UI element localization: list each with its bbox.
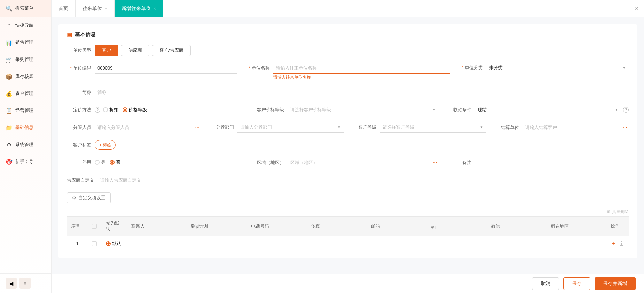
code-name-category-row: 单位编码 单位名称 请输入往来单位名称 [67, 62, 629, 80]
batch-delete-icon: 🗑 [607, 209, 611, 214]
sidebar-item-guide[interactable]: 🎯 新手引导 [0, 153, 51, 170]
department-select[interactable]: 请输入分管部门 ▼ [237, 122, 344, 133]
row-default-cell: 默认 [102, 236, 127, 251]
disabled-group: 停用 是 否 [67, 157, 249, 168]
save-button[interactable]: 保存 [563, 277, 590, 290]
supplier-custom-label: 供应商自定义 [67, 175, 97, 186]
sidebar-item-system[interactable]: ⚙ 系统管理 [0, 136, 51, 153]
radio-price-level[interactable]: 价格等级 [123, 107, 147, 113]
payment-condition-select[interactable]: 现结 ▼ [475, 104, 621, 115]
row-address[interactable] [187, 236, 247, 251]
row-fax[interactable] [307, 236, 367, 251]
sidebar-item-label: 快捷导航 [15, 22, 33, 29]
row-action-cell: ＋ 🗑 [606, 236, 629, 251]
sidebar-menu-btn[interactable]: ≡ [19, 278, 31, 289]
sidebar-item-purchase[interactable]: 🛒 采购管理 [0, 51, 51, 68]
region-input-wrap: ··· [288, 157, 439, 168]
row-wechat[interactable] [487, 236, 547, 251]
add-tag-btn[interactable]: + 标签 [95, 140, 116, 150]
remark-input[interactable] [475, 157, 629, 168]
row-area-input[interactable] [551, 241, 602, 246]
save-new-button[interactable]: 保存并新增 [595, 277, 636, 290]
region-input[interactable] [288, 157, 431, 168]
unit-name-input[interactable] [273, 62, 450, 73]
disabled-label: 停用 [67, 157, 95, 168]
radio-no[interactable]: 否 [110, 159, 120, 165]
settlement-unit-input[interactable] [523, 122, 621, 133]
sidebar: 🔍 搜索菜单 ⌂ 快捷导航 📊 销售管理 🛒 采购管理 📦 库存核算 💰 资金管… [0, 0, 52, 293]
delete-row-icon[interactable]: 🗑 [619, 241, 625, 247]
row-phone-input[interactable] [251, 241, 303, 246]
pricing-radio-group: 折扣 价格等级 [103, 107, 147, 113]
row-default-label: 默认 [112, 241, 121, 247]
radio-discount-label: 折扣 [109, 107, 118, 113]
row-contact[interactable] [127, 236, 187, 251]
customer-price-level-select[interactable]: 请选择客户价格等级 ▼ [288, 104, 439, 115]
unit-category-group: 单位分类 未分类 ▼ [458, 62, 629, 73]
col-action: 操作 [606, 217, 629, 236]
main-area: 首页 往来单位 × 新增往来单位 × × ▣ 基本信息 单位类型 客户 [52, 0, 644, 293]
row-email[interactable] [367, 236, 427, 251]
row-contact-input[interactable] [131, 241, 183, 246]
manager-group: 分管人员 ··· [67, 122, 201, 133]
row-default-radio[interactable]: 默认 [106, 241, 123, 247]
sidebar-item-sales[interactable]: 📊 销售管理 [0, 34, 51, 51]
sidebar-item-search[interactable]: 🔍 搜索菜单 [0, 0, 51, 17]
row-area[interactable] [547, 236, 606, 251]
unit-code-input[interactable] [95, 62, 237, 73]
customer-price-level-group: 客户价格等级 请选择客户价格等级 ▼ [257, 104, 439, 115]
row-qq-input[interactable] [431, 241, 482, 246]
sidebar-item-inventory[interactable]: 📦 库存核算 [0, 68, 51, 85]
row-phone[interactable] [247, 236, 307, 251]
row-qq[interactable] [427, 236, 487, 251]
sidebar-collapse-btn[interactable]: ◀ [6, 278, 17, 289]
customer-tag-row: 客户标签 + 标签 [67, 139, 629, 150]
batch-delete[interactable]: 🗑 批量删除 [67, 209, 629, 215]
radio-yes[interactable]: 是 [95, 159, 105, 165]
payment-condition-group: 收款条件 现结 ▼ ? [447, 104, 629, 115]
select-all-checkbox[interactable] [92, 224, 97, 229]
sidebar-item-operations[interactable]: 📋 经营管理 [0, 102, 51, 119]
sidebar-item-finance[interactable]: 💰 资金管理 [0, 85, 51, 102]
unit-name-label: 单位名称 [245, 63, 273, 74]
row-wechat-input[interactable] [491, 241, 542, 246]
settlement-dots[interactable]: ··· [621, 124, 629, 130]
short-name-input[interactable] [95, 87, 629, 98]
col-email: 邮箱 [367, 217, 427, 236]
add-row-icon[interactable]: ＋ [611, 240, 616, 247]
customer-level-value: 请选择客户等级 [383, 124, 479, 130]
unit-type-supplier-btn[interactable]: 供应商 [121, 45, 149, 56]
pricing-row: 定价方法 ? 折扣 价格等级 [67, 104, 629, 115]
sidebar-item-basic-info[interactable]: 📁 基础信息 [0, 119, 51, 136]
cancel-button[interactable]: 取消 [532, 277, 559, 290]
sidebar-item-quick-nav[interactable]: ⌂ 快捷导航 [0, 17, 51, 34]
close-all-tabs[interactable]: × [629, 5, 644, 12]
unit-type-customer-btn[interactable]: 客户 [95, 45, 118, 56]
row-fax-input[interactable] [311, 241, 362, 246]
manager-input[interactable] [95, 122, 194, 133]
tab-new-partner[interactable]: 新增往来单位 × [115, 0, 163, 17]
row-email-input[interactable] [371, 241, 423, 246]
supplier-custom-input-wrap [97, 174, 629, 186]
remark-group: 备注 [447, 157, 629, 168]
unit-code-group: 单位编码 [67, 62, 237, 74]
tab-partner-close[interactable]: × [105, 6, 107, 11]
row-checkbox[interactable] [92, 241, 97, 246]
radio-discount[interactable]: 折扣 [103, 107, 118, 113]
unit-type-both-btn[interactable]: 客户/供应商 [152, 45, 191, 56]
tab-new-partner-close[interactable]: × [154, 6, 156, 11]
customer-price-level-label: 客户价格等级 [257, 104, 288, 115]
customer-level-select[interactable]: 请选择客户等级 ▼ [380, 122, 486, 133]
supplier-custom-input[interactable] [97, 174, 629, 186]
unit-category-select[interactable]: 未分类 ▼ [486, 62, 629, 73]
system-icon: ⚙ [6, 141, 13, 148]
tab-partner[interactable]: 往来单位 × [76, 0, 115, 17]
custom-settings-btn[interactable]: ⚙ 自定义项设置 [67, 192, 111, 203]
payment-condition-help[interactable]: ? [623, 107, 629, 113]
content-area: ▣ 基本信息 单位类型 客户 供应商 客户/供应商 单位编码 [52, 17, 644, 293]
pricing-method-help[interactable]: ? [95, 107, 100, 113]
row-address-input[interactable] [191, 241, 243, 246]
region-dots[interactable]: ··· [431, 159, 439, 165]
tab-home[interactable]: 首页 [52, 0, 76, 17]
manager-dots[interactable]: ··· [194, 124, 201, 130]
